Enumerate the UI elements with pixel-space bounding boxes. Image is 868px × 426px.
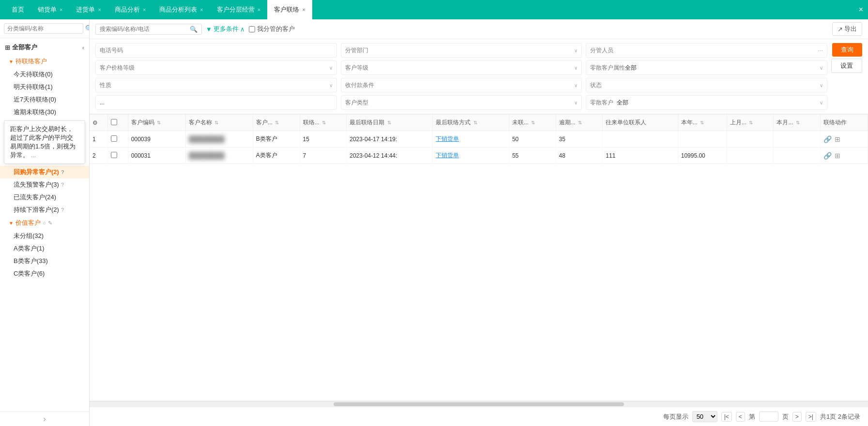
sidebar-overdue-pending[interactable]: 逾期未联络(30) bbox=[0, 106, 89, 118]
value-customer-edit-icon[interactable]: ○ bbox=[43, 220, 46, 226]
window-close-icon[interactable]: × bbox=[859, 5, 863, 14]
sidebar-value-customers[interactable]: ▼ 价值客户 ○ ✎ bbox=[0, 216, 89, 230]
my-customers-checkbox[interactable] bbox=[249, 26, 255, 32]
first-page-button[interactable]: |< bbox=[721, 412, 732, 422]
status-arrow-icon[interactable]: ∨ bbox=[820, 83, 823, 88]
nav-sales-close-icon[interactable]: × bbox=[60, 7, 62, 13]
nav-customer-layered[interactable]: 客户分层经营 × bbox=[210, 0, 267, 19]
row2-link-icon[interactable]: 🔗 bbox=[823, 152, 832, 160]
filter-more-dots[interactable]: ... bbox=[95, 95, 337, 110]
sidebar-declining[interactable]: 持续下滑客户(2) ? bbox=[0, 204, 89, 216]
row1-select[interactable] bbox=[111, 135, 117, 142]
gender-arrow-icon[interactable]: ∨ bbox=[329, 83, 333, 88]
toolbar-search-icon[interactable]: 🔍 bbox=[190, 26, 198, 33]
sort-tm-icon[interactable]: ⇅ bbox=[796, 120, 800, 125]
sort-od-icon[interactable]: ⇅ bbox=[578, 120, 582, 125]
department-arrow-icon[interactable]: ∨ bbox=[574, 48, 578, 53]
sidebar-today-pending[interactable]: 今天待联络(0) bbox=[0, 68, 89, 81]
sort-code-icon[interactable]: ⇅ bbox=[157, 120, 161, 125]
sort-ya-icon[interactable]: ⇅ bbox=[700, 120, 704, 125]
sidebar-repurchase-abnormal[interactable]: 回购异常客户(2) ? bbox=[0, 166, 89, 178]
select-all-checkbox[interactable] bbox=[111, 119, 117, 125]
filter-retail-customer[interactable]: 零散客户 全部 ∨ bbox=[586, 95, 827, 110]
sort-method-icon[interactable]: ⇅ bbox=[473, 120, 477, 125]
nav-sales-order[interactable]: 销货单 × bbox=[31, 0, 69, 19]
sidebar-tomorrow-pending[interactable]: 明天待联络(1) bbox=[0, 81, 89, 93]
customer-grade-arrow-icon[interactable]: ∨ bbox=[574, 65, 578, 71]
nav-cl-close-icon[interactable]: × bbox=[258, 7, 260, 13]
nav-cc-close-icon[interactable]: × bbox=[302, 7, 305, 13]
export-button[interactable]: ↗ 导出 bbox=[832, 22, 862, 36]
row2-select[interactable] bbox=[111, 152, 117, 158]
row1-last-method[interactable]: 下销货单 bbox=[433, 131, 509, 147]
row1-checkbox[interactable] bbox=[108, 131, 128, 147]
nav-customer-contact[interactable]: 客户联络 × bbox=[267, 0, 312, 19]
sidebar-lost-customers[interactable]: 已流失客户(24) bbox=[0, 191, 89, 204]
retail-attr-arrow-icon[interactable]: ∨ bbox=[820, 65, 823, 71]
tooltip-more-icon[interactable]: ... bbox=[30, 151, 36, 159]
sort-cc-icon[interactable]: ⇅ bbox=[322, 120, 326, 125]
price-grade-arrow-icon[interactable]: ∨ bbox=[329, 65, 333, 71]
repurchase-info-icon[interactable]: ? bbox=[61, 169, 64, 175]
col-settings[interactable]: ⚙ bbox=[90, 115, 108, 131]
sort-type-icon[interactable]: ⇅ bbox=[275, 120, 279, 125]
phone-input[interactable] bbox=[126, 47, 333, 54]
sidebar-unclassified[interactable]: 未分组(32) bbox=[0, 230, 89, 242]
ctype-arrow-icon[interactable]: ∨ bbox=[574, 100, 578, 105]
sort-name-icon[interactable]: ⇅ bbox=[214, 120, 218, 125]
current-page-input[interactable]: 1 bbox=[759, 411, 778, 422]
filter-gender[interactable]: 性质 ∨ bbox=[95, 78, 337, 92]
value-customer-settings-icon[interactable]: ✎ bbox=[48, 220, 52, 226]
my-customers-filter[interactable]: 我分管的客户 bbox=[249, 25, 295, 33]
row1-contact-count: 15 bbox=[300, 131, 347, 147]
filter-department[interactable]: 分管部门 ∨ bbox=[341, 43, 582, 58]
filter-retail-attr[interactable]: 零散客户属性 全部 ∨ bbox=[586, 60, 827, 75]
payment-arrow-icon[interactable]: ∨ bbox=[574, 83, 578, 88]
sort-date-icon[interactable]: ⇅ bbox=[387, 120, 391, 125]
sidebar-class-b[interactable]: B类客户(33) bbox=[0, 255, 89, 267]
row2-checkbox[interactable] bbox=[108, 147, 128, 164]
col-checkbox[interactable] bbox=[108, 115, 128, 131]
row1-grid-icon[interactable]: ⊞ bbox=[835, 135, 840, 143]
sidebar-7day-pending[interactable]: 近7天待联络(0) bbox=[0, 93, 89, 106]
search-input[interactable] bbox=[100, 26, 188, 32]
nav-purchase-order[interactable]: 进货单 × bbox=[69, 0, 107, 19]
sidebar-search-input[interactable] bbox=[4, 23, 83, 34]
retail-customer-arrow-icon[interactable]: ∨ bbox=[820, 100, 823, 105]
nav-product-analysis[interactable]: 商品分析 × bbox=[108, 0, 152, 19]
next-page-button[interactable]: > bbox=[792, 412, 802, 422]
filter-customer-grade[interactable]: 客户等级 ∨ bbox=[341, 60, 582, 75]
per-page-select[interactable]: 50 100 200 bbox=[692, 411, 717, 422]
filter-customer-type[interactable]: 客户类型 ∨ bbox=[341, 95, 582, 110]
more-filters-button[interactable]: ▼ 更多条件 ∧ bbox=[206, 25, 245, 33]
last-page-button[interactable]: >| bbox=[806, 412, 816, 422]
filter-price-grade[interactable]: 客户价格等级 ∨ bbox=[95, 60, 337, 75]
sidebar-expand-icon[interactable]: › bbox=[43, 414, 46, 424]
scroll-thumb[interactable] bbox=[334, 402, 624, 406]
manager-dots-icon[interactable]: ··· bbox=[818, 47, 823, 54]
query-button[interactable]: 查询 bbox=[832, 43, 862, 57]
sort-nc-icon[interactable]: ⇅ bbox=[531, 120, 535, 125]
filter-manager[interactable]: 分管人员 ··· bbox=[586, 43, 827, 58]
filter-payment[interactable]: 收付款条件 ∨ bbox=[341, 78, 582, 92]
sidebar-all-customers[interactable]: ⊞ 全部客户 ‹ bbox=[0, 40, 89, 55]
filter-status[interactable]: 状态 ∨ bbox=[586, 78, 827, 92]
filter-settings-button[interactable]: 设置 bbox=[831, 59, 862, 73]
sidebar-collapse-icon[interactable]: ‹ bbox=[82, 44, 84, 51]
row2-grid-icon[interactable]: ⊞ bbox=[835, 152, 840, 160]
sidebar-search-icon[interactable]: 🔍 bbox=[85, 25, 90, 32]
sidebar-class-a[interactable]: A类客户(1) bbox=[0, 242, 89, 255]
sidebar-pending-contact-group[interactable]: ▼ 待联络客户 bbox=[0, 55, 89, 68]
nav-home[interactable]: 首页 bbox=[5, 0, 31, 19]
horizontal-scrollbar[interactable] bbox=[90, 401, 868, 407]
row1-link-icon[interactable]: 🔗 bbox=[823, 135, 832, 143]
prev-page-button[interactable]: < bbox=[736, 412, 745, 422]
sidebar-class-c[interactable]: C类客户(6) bbox=[0, 267, 89, 280]
sort-lm-icon[interactable]: ⇅ bbox=[749, 120, 753, 125]
nav-pa-close-icon[interactable]: × bbox=[143, 7, 146, 13]
row2-last-method[interactable]: 下销货单 bbox=[433, 147, 509, 164]
sidebar-lost-potential[interactable]: 流失预警客户(3) ? bbox=[0, 178, 89, 191]
nav-pal-close-icon[interactable]: × bbox=[200, 7, 203, 13]
nav-product-analysis-list[interactable]: 商品分析列表 × bbox=[152, 0, 210, 19]
nav-purchase-close-icon[interactable]: × bbox=[98, 7, 101, 13]
